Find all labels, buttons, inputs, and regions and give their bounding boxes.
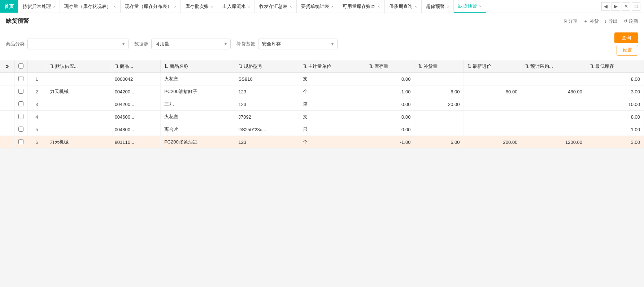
- tab-close-icon[interactable]: ×: [479, 4, 481, 8]
- column-select-all[interactable]: [14, 60, 27, 73]
- share-action[interactable]: ⎘ 分享: [564, 18, 578, 25]
- query-button[interactable]: 查询: [614, 32, 638, 43]
- export-action[interactable]: ↓ 导出: [605, 18, 618, 25]
- row-supplement: 6.00: [414, 85, 464, 98]
- tab-------[interactable]: 拣货异常处理×: [18, 0, 60, 13]
- category-select[interactable]: ▾: [27, 39, 129, 49]
- settings-button[interactable]: 设置: [617, 45, 638, 56]
- tab-close-icon[interactable]: ×: [113, 4, 116, 9]
- tab-----------[interactable]: 现存量（库存分布表）×: [121, 0, 181, 13]
- row-min-stock: 8.00: [586, 111, 644, 123]
- table-container: ⚙ ⇅ 默认供应... ⇅ 商品... ⇅ 商品名称 ⇅ 规格型号 ⇅ 主计量单…: [0, 60, 644, 149]
- tab-close-icon[interactable]: ×: [331, 4, 334, 9]
- row-product-code: 004200...: [111, 98, 160, 111]
- datasource-chevron-icon: ▾: [225, 41, 227, 47]
- tab-close-icon[interactable]: ×: [174, 4, 176, 9]
- table-row: 6力天机械801110...PC200张紧油缸123个-1.006.00200.…: [0, 136, 644, 149]
- row-checkbox[interactable]: [18, 139, 23, 144]
- column-product-code[interactable]: ⇅ 商品...: [111, 60, 160, 73]
- row-checkbox-cell: [14, 98, 27, 111]
- nav-maximize-button[interactable]: □: [632, 2, 640, 11]
- column-product-name[interactable]: ⇅ 商品名称: [160, 60, 235, 73]
- row-latest-price: [464, 73, 521, 85]
- row-estimated-purchase: [521, 98, 586, 111]
- tab-----------[interactable]: 现存量（库存状况表）×: [60, 0, 120, 13]
- column-gear[interactable]: ⚙: [0, 60, 14, 73]
- tab-close-icon[interactable]: ×: [53, 4, 55, 9]
- row-seq: 5: [27, 123, 46, 136]
- row-unit: 个: [299, 136, 365, 149]
- datasource-value: 可用量: [155, 41, 169, 47]
- row-supplement: [414, 111, 464, 123]
- column-unit[interactable]: ⇅ 主计量单位: [299, 60, 365, 73]
- tab--------[interactable]: 可用量库存账本×: [338, 0, 384, 13]
- row-estimated-purchase: [521, 123, 586, 136]
- page-header: 缺货预警 ⎘ 分享 ＋ 补货 ↓ 导出 ↺ 刷新: [0, 13, 644, 28]
- category-chevron-icon: ▾: [122, 41, 125, 47]
- row-supplier: [46, 123, 111, 136]
- tab-label: 要货单统计表: [301, 3, 329, 10]
- tab------[interactable]: 出入库流水×: [218, 0, 255, 13]
- row-latest-price: 80.00: [464, 85, 521, 98]
- nav-close-button[interactable]: ✕: [622, 2, 630, 11]
- row-product-code: 004600...: [111, 111, 160, 123]
- tab-close-icon[interactable]: ×: [415, 4, 417, 9]
- supplement-icon: ＋: [583, 18, 588, 25]
- row-spec: 123: [235, 136, 299, 149]
- row-gear: [0, 85, 14, 98]
- row-checkbox[interactable]: [18, 114, 23, 119]
- column-min-stock[interactable]: ⇅ 最低库存: [586, 60, 644, 73]
- tab-close-icon[interactable]: ×: [447, 4, 449, 9]
- row-min-stock: 3.00: [586, 136, 644, 149]
- export-icon: ↓: [605, 18, 607, 24]
- row-checkbox[interactable]: [18, 89, 23, 94]
- row-supplement: 20.00: [414, 98, 464, 111]
- select-all-checkbox[interactable]: [18, 63, 23, 69]
- tab---[interactable]: 首页: [0, 0, 18, 13]
- column-spec[interactable]: ⇅ 规格型号: [235, 60, 299, 73]
- tab-----[interactable]: 超储预警×: [422, 0, 454, 13]
- tab-label: 库存批次账: [185, 3, 209, 10]
- row-spec: SS816: [235, 73, 299, 85]
- row-product-name: 三九: [160, 98, 235, 111]
- tab-close-icon[interactable]: ×: [211, 4, 213, 9]
- row-product-code: 0000042: [111, 73, 160, 85]
- column-stock[interactable]: ⇅ 库存量: [365, 60, 414, 73]
- row-spec: DS250*23c...: [235, 123, 299, 136]
- column-supplement[interactable]: ⇅ 补货量: [414, 60, 464, 73]
- tab-close-icon[interactable]: ×: [248, 4, 250, 9]
- row-latest-price: 200.00: [464, 136, 521, 149]
- row-checkbox-cell: [14, 111, 27, 123]
- nav-next-button[interactable]: ▶: [612, 2, 620, 11]
- row-checkbox-cell: [14, 123, 27, 136]
- tab------[interactable]: 保质期查询×: [385, 0, 422, 13]
- refresh-icon: ↺: [623, 18, 627, 24]
- row-gear: [0, 111, 14, 123]
- row-checkbox[interactable]: [18, 127, 23, 132]
- refresh-action[interactable]: ↺ 刷新: [623, 18, 638, 25]
- share-icon: ⎘: [564, 18, 567, 24]
- row-seq: 4: [27, 111, 46, 123]
- row-spec: J7092: [235, 111, 299, 123]
- column-estimated-purchase[interactable]: ⇅ 预计采购...: [521, 60, 586, 73]
- row-stock: -1.00: [365, 136, 414, 149]
- tab-close-icon[interactable]: ×: [290, 4, 292, 9]
- datasource-filter-group: 数据源 可用量 ▾: [134, 39, 231, 49]
- row-checkbox[interactable]: [18, 101, 23, 106]
- supplement-action[interactable]: ＋ 补货: [583, 18, 599, 25]
- supplement-base-select[interactable]: 安全库存 ▾: [258, 39, 338, 49]
- column-latest-price[interactable]: ⇅ 最新进价: [464, 60, 521, 73]
- column-supplier[interactable]: ⇅ 默认供应...: [46, 60, 111, 73]
- datasource-select[interactable]: 可用量 ▾: [151, 39, 231, 49]
- row-product-code: 004200...: [111, 85, 160, 98]
- tab-close-icon[interactable]: ×: [378, 4, 380, 9]
- tab-------[interactable]: 收发存汇总表×: [255, 0, 296, 13]
- tab-label: 超储预警: [426, 3, 445, 10]
- row-product-name: 离合片: [160, 123, 235, 136]
- tab-label: 现存量（库存状况表）: [64, 3, 111, 10]
- tab-----[interactable]: 缺货预警×: [454, 0, 486, 13]
- nav-prev-button[interactable]: ◀: [601, 2, 610, 11]
- tab-------[interactable]: 要货单统计表×: [297, 0, 338, 13]
- tab------[interactable]: 库存批次账×: [181, 0, 218, 13]
- row-checkbox[interactable]: [18, 76, 23, 81]
